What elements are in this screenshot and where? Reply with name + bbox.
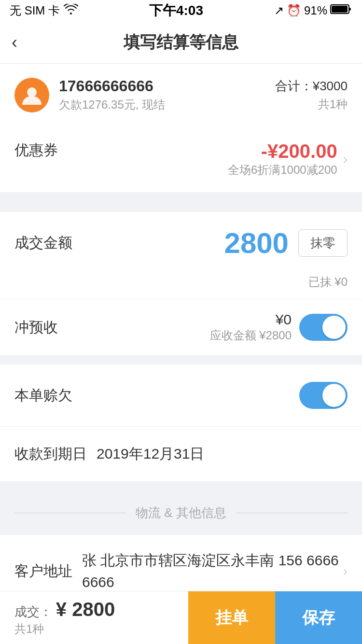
total-amount: 合计：¥3000: [275, 78, 348, 95]
coupon-description: 全场6折满1000减200: [228, 162, 337, 178]
address-value: 张 北京市市辖区海淀区永丰南 156 6666 6666: [82, 549, 343, 593]
status-time: 下午4:03: [149, 1, 203, 20]
summary-deal-label: 成交：: [14, 604, 52, 619]
due-date-label: 收款到期日: [14, 444, 87, 464]
customer-details: 17666666666 欠款1276.35元, 现结: [59, 77, 165, 112]
customer-left: 17666666666 欠款1276.35元, 现结: [14, 77, 165, 112]
bottom-summary: 成交： ¥ 2800 共1种: [0, 599, 188, 637]
summary-amount: ¥ 2800: [56, 599, 115, 620]
deal-amount-value: 2800: [224, 226, 289, 260]
avatar: [14, 78, 49, 112]
section-divider-2: [0, 355, 362, 364]
precharge-amount-col: ¥0 应收金额 ¥2800: [210, 311, 292, 343]
summary-count: 共1种: [14, 621, 174, 637]
status-right: ↗ ⏰ 91%: [274, 3, 352, 18]
coupon-discount: -¥200.00: [228, 140, 337, 162]
precharge-label: 冲预收: [14, 318, 58, 337]
battery-percent: 91%: [304, 4, 327, 17]
deal-amount-sub: 已抹 ¥0: [0, 274, 362, 299]
logistics-header: 物流 & 其他信息: [0, 491, 362, 535]
round-zero-button[interactable]: 抹零: [298, 229, 348, 257]
section-divider-3: [0, 481, 362, 491]
status-bar: 无 SIM 卡 下午4:03 ↗ ⏰ 91%: [0, 0, 362, 21]
back-button[interactable]: ‹: [12, 32, 17, 53]
logistics-line-left: [14, 513, 126, 513]
precharge-row: 冲预收 ¥0 应收金额 ¥2800: [0, 299, 362, 355]
bottom-bar: 成交： ¥ 2800 共1种 挂单 保存: [0, 591, 362, 644]
hang-button[interactable]: 挂单: [188, 591, 275, 644]
summary-deal-line: 成交： ¥ 2800: [14, 599, 174, 620]
logistics-line-right: [236, 513, 348, 513]
deal-amount-right: 2800 抹零: [224, 226, 348, 260]
deal-amount-section: 成交金额 2800 抹零 已抹 ¥0: [0, 212, 362, 299]
svg-rect-1: [332, 6, 348, 13]
customer-info-row: 17666666666 欠款1276.35元, 现结 合计：¥3000 共1种: [0, 64, 362, 126]
precharge-toggle[interactable]: [299, 314, 348, 341]
alarm-icon: ⏰: [287, 4, 301, 17]
nav-bar: ‹ 填写结算等信息: [0, 21, 362, 64]
logistics-title: 物流 & 其他信息: [136, 504, 226, 521]
debit-row: 本单赊欠: [0, 364, 362, 426]
sim-status: 无 SIM 卡: [10, 3, 60, 18]
precharge-sub: 应收金额 ¥2800: [210, 328, 292, 343]
address-chevron-icon: ›: [343, 563, 348, 579]
coupon-chevron-icon: ›: [343, 152, 348, 167]
deal-amount-row: 成交金额 2800 抹零: [0, 212, 362, 274]
customer-phone: 17666666666: [59, 77, 165, 95]
page-title: 填写结算等信息: [124, 31, 238, 54]
due-date-row: 收款到期日 2019年12月31日: [0, 426, 362, 481]
deal-amount-label: 成交金额: [14, 233, 72, 253]
customer-total: 合计：¥3000 共1种: [275, 78, 348, 112]
status-left: 无 SIM 卡: [10, 3, 78, 18]
total-count: 共1种: [275, 97, 348, 112]
wifi-icon: [64, 4, 78, 17]
save-button[interactable]: 保存: [275, 591, 362, 644]
coupon-row[interactable]: 优惠券 -¥200.00 全场6折满1000减200 ›: [0, 126, 362, 193]
precharge-amount: ¥0: [210, 311, 292, 328]
customer-debt: 欠款1276.35元, 现结: [59, 97, 165, 112]
content: 17666666666 欠款1276.35元, 现结 合计：¥3000 共1种 …: [0, 64, 362, 644]
address-label: 客户地址: [14, 561, 72, 581]
due-date-value: 2019年12月31日: [97, 444, 204, 464]
debit-label: 本单赊欠: [14, 386, 72, 406]
battery-icon: [330, 3, 352, 18]
location-icon: ↗: [274, 4, 284, 17]
debit-toggle[interactable]: [299, 382, 348, 409]
svg-point-2: [27, 87, 37, 97]
precharge-right: ¥0 应收金额 ¥2800: [210, 311, 348, 343]
section-divider-1: [0, 202, 362, 212]
coupon-label: 优惠券: [14, 140, 58, 160]
